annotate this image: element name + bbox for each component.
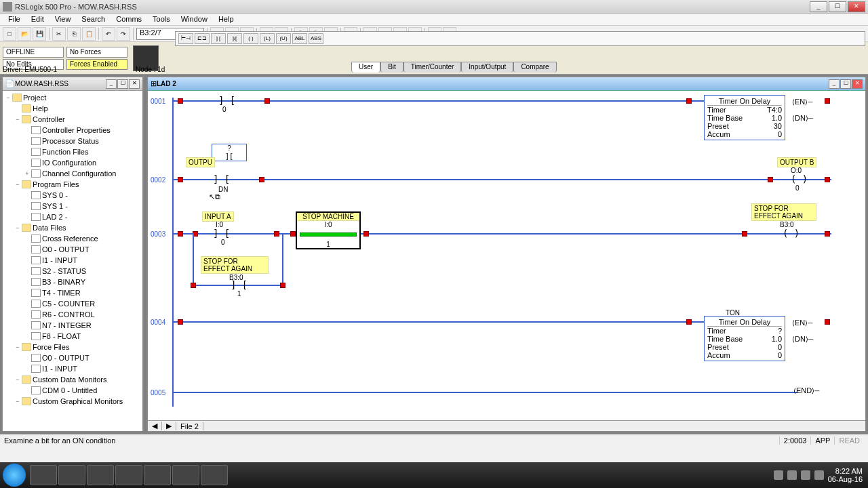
stop-machine-box[interactable]: STOP MACHINE I:0 1 [296,211,361,249]
stop-effect-coil[interactable]: ( ) [783,228,800,239]
menu-tools[interactable]: Tools [147,14,176,25]
node[interactable] [290,231,296,237]
tab-timer[interactable]: Timer/Counter [403,62,462,73]
menu-file[interactable]: File [3,14,26,25]
tree-controller[interactable]: −Controller [4,114,141,125]
rung-0001[interactable]: 0001 [151,98,165,105]
start-button[interactable] [3,464,26,487]
tree-max-button[interactable]: ☐ [117,79,128,89]
tab-io[interactable]: Input/Output [461,62,513,73]
undo-button[interactable]: ↶ [102,27,115,41]
tree-sys0[interactable]: SYS 0 - [4,190,141,201]
node[interactable] [742,231,747,237]
rung-0004[interactable]: 0004 [151,319,165,326]
tab-bit[interactable]: Bit [380,62,403,73]
tree-i1[interactable]: I1 - INPUT [4,255,141,266]
menu-comms[interactable]: Comms [111,14,147,25]
tree-project[interactable]: −Project [4,92,141,103]
tree-force-i1[interactable]: I1 - INPUT [4,363,141,374]
node[interactable] [825,319,830,325]
node[interactable] [191,283,196,288]
close-button[interactable]: ✕ [848,1,865,12]
rung2-contact[interactable]: ] [ [213,174,230,184]
tree-o0[interactable]: O0 - OUTPUT [4,244,141,255]
task-app1[interactable] [115,465,142,485]
tree-b3[interactable]: B3 - BINARY [4,277,141,287]
redo-button[interactable]: ↷ [117,27,130,41]
elem-otu[interactable]: (U) [276,33,291,44]
tree-s2[interactable]: S2 - STATUS [4,266,141,277]
noforces-box[interactable]: No Forces [66,47,127,58]
file-tab[interactable]: File 2 [176,422,203,430]
elem-ote[interactable]: ( ) [243,33,258,44]
tree-r6[interactable]: R6 - CONTROL [4,309,141,320]
ladder-min-button[interactable]: _ [829,79,840,89]
rung-0005[interactable]: 0005 [151,389,165,396]
tree-data-files[interactable]: −Data Files [4,222,141,233]
node[interactable] [363,231,369,237]
save-button[interactable]: 💾 [33,27,46,41]
tree-cdm0[interactable]: CDM 0 - Untitled [4,385,141,396]
rung1-contact[interactable]: ] [ [218,95,235,106]
node[interactable] [178,98,183,104]
elem-rung[interactable]: ⊢⊣ [178,33,193,44]
scroll-right[interactable]: ▶ [162,422,176,430]
offline-box[interactable]: OFFLINE [3,47,64,58]
menu-window[interactable]: Window [176,14,213,25]
node[interactable] [178,231,183,237]
inputa-contact[interactable]: ] [ [213,228,230,239]
tree-t4[interactable]: T4 - TIMER [4,287,141,298]
node[interactable] [264,98,270,104]
tree-func-files[interactable]: Function Files [4,146,141,157]
menu-search[interactable]: Search [76,14,111,25]
node[interactable] [768,177,773,182]
tree-body[interactable]: −Project Help −Controller Controller Pro… [3,91,142,431]
task-app2[interactable] [144,465,171,485]
timer1-box[interactable]: Timer On Delay TimerT4:0 Time Base1.0 Pr… [704,95,785,140]
tree-close-button[interactable]: ✕ [129,79,140,89]
ladder-canvas[interactable]: 0001 ] [ 0 Timer On Delay TimerT4:0 Time… [148,91,865,420]
rung-0003[interactable]: 0003 [151,230,165,238]
tree-proc-status[interactable]: Processor Status [4,136,141,146]
tree-help[interactable]: Help [4,103,141,114]
node[interactable] [178,319,183,325]
tab-user[interactable]: User [351,62,380,73]
tree-f8[interactable]: F8 - FLOAT [4,331,141,342]
ladder-max-button[interactable]: ☐ [840,79,851,89]
menu-view[interactable]: View [50,14,77,25]
node[interactable] [825,98,830,104]
node[interactable] [280,283,285,288]
forces-enabled-box[interactable]: Forces Enabled [66,59,127,70]
node[interactable] [825,231,830,237]
tree-cgm[interactable]: −Custom Graphical Monitors [4,396,141,407]
copy-button[interactable]: ⎘ [67,27,81,41]
system-tray[interactable]: 8:22 AM 06-Aug-16 [774,467,865,483]
elem-branch[interactable]: ⊏⊐ [195,33,210,44]
tree-force-files[interactable]: −Force Files [4,342,141,352]
tree-ctrl-props[interactable]: Controller Properties [4,125,141,136]
task-firefox[interactable] [58,465,85,485]
tree-n7[interactable]: N7 - INTEGER [4,320,141,331]
elem-xio[interactable]: ]/[ [227,33,242,44]
elem-abl[interactable]: ABL [292,33,307,44]
tray-vol-icon[interactable] [814,470,824,480]
task-rslogix[interactable] [172,465,199,485]
tab-compare[interactable]: Compare [513,62,556,73]
node[interactable] [825,177,830,182]
tree-cdm[interactable]: −Custom Data Monitors [4,374,141,385]
outputb-coil[interactable]: ( ) [791,174,808,184]
ladder-close-button[interactable]: ✕ [852,79,863,89]
scroll-left[interactable]: ◀ [148,422,162,430]
node[interactable] [178,177,183,182]
minimize-button[interactable]: _ [810,1,827,12]
tray-flag-icon[interactable] [787,470,797,480]
task-ie[interactable] [30,465,57,485]
elem-otl[interactable]: (L) [260,33,275,44]
new-button[interactable]: □ [3,27,16,41]
task-chrome[interactable] [87,465,114,485]
node[interactable] [259,177,264,182]
cut-button[interactable]: ✂ [52,27,66,41]
node[interactable] [686,98,692,104]
tree-c5[interactable]: C5 - COUNTER [4,298,141,309]
elem-abs[interactable]: ABS [309,33,323,44]
